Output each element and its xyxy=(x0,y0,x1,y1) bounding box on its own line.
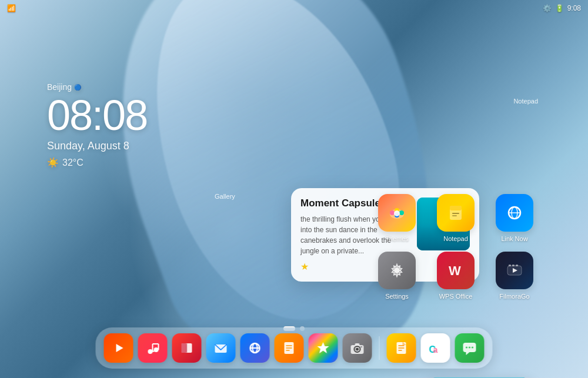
filmorago-icon xyxy=(496,252,533,289)
svg-point-52 xyxy=(360,346,362,348)
filmorago-label: FilmoraGo xyxy=(499,293,529,300)
app-grid: Themes Notepad Link Now xyxy=(373,194,538,300)
svg-rect-16 xyxy=(450,206,462,210)
notepad-widget-label: Notepad xyxy=(513,98,538,105)
dock: C a xyxy=(96,327,493,369)
settings-label: Settings xyxy=(385,293,409,300)
svg-rect-51 xyxy=(355,343,360,346)
svg-rect-18 xyxy=(452,215,457,216)
svg-point-63 xyxy=(472,347,473,349)
dock-item-messages[interactable] xyxy=(455,333,485,363)
wps-label: WPS Office xyxy=(439,293,473,300)
clock-date: Sunday, August 8 xyxy=(47,140,147,152)
status-left: 📶 xyxy=(7,4,16,12)
notepad-icon xyxy=(437,194,475,232)
gallery-app-label: Gallery xyxy=(215,193,235,200)
app-item-notepad[interactable]: Notepad xyxy=(432,194,479,242)
svg-point-62 xyxy=(469,347,470,349)
svg-rect-28 xyxy=(516,265,518,266)
clock-weather: ☀️ 32°C xyxy=(47,157,147,168)
themes-label: Themes xyxy=(385,235,409,242)
settings-icon xyxy=(378,252,416,289)
svg-text:W: W xyxy=(449,263,461,278)
themes-icon xyxy=(378,194,416,232)
dock-divider xyxy=(379,336,380,360)
dock-item-canva[interactable]: C a xyxy=(421,333,450,363)
app-item-linknow[interactable]: Link Now xyxy=(491,194,538,242)
svg-point-50 xyxy=(356,348,359,351)
dock-item-notes[interactable] xyxy=(275,333,304,363)
signal-icon: 📶 xyxy=(7,4,16,12)
svg-text:a: a xyxy=(433,345,438,354)
status-right: ⚙️ 🔋 9:08 xyxy=(543,4,581,12)
svg-point-14 xyxy=(394,210,400,216)
clock-widget: Beijing 🔵 08:08 Sunday, August 8 ☀️ 32°C xyxy=(47,82,147,168)
svg-marker-47 xyxy=(318,342,329,353)
svg-rect-17 xyxy=(452,213,459,214)
svg-rect-27 xyxy=(512,265,514,266)
dock-item-mail[interactable] xyxy=(206,333,236,363)
wps-icon: W xyxy=(437,252,475,289)
clock-time: 08:08 xyxy=(47,94,147,136)
svg-point-12 xyxy=(399,210,404,215)
app-item-wps[interactable]: W WPS Office xyxy=(432,252,479,300)
svg-point-61 xyxy=(466,347,467,349)
wallpaper xyxy=(0,0,588,378)
dock-item-music[interactable] xyxy=(138,333,168,363)
app-item-filmorago[interactable]: FilmoraGo xyxy=(491,252,538,300)
dock-item-pages[interactable] xyxy=(387,333,416,363)
wifi-icon: ⚙️ xyxy=(543,4,552,12)
svg-marker-60 xyxy=(466,352,470,355)
svg-marker-29 xyxy=(116,344,123,352)
dock-item-video[interactable] xyxy=(104,333,133,363)
clock-status: 9:08 xyxy=(567,4,581,12)
dock-item-camera[interactable] xyxy=(343,333,372,363)
svg-rect-37 xyxy=(182,343,187,353)
svg-rect-26 xyxy=(509,265,511,266)
ribbon-decoration xyxy=(0,0,588,378)
linknow-icon xyxy=(496,194,533,232)
app-item-themes[interactable]: Themes xyxy=(373,194,420,242)
svg-point-30 xyxy=(148,349,153,354)
svg-point-10 xyxy=(390,210,395,215)
dock-item-books[interactable] xyxy=(172,333,202,363)
battery-icon: 🔋 xyxy=(555,4,564,12)
clock-location: Beijing 🔵 xyxy=(47,82,147,92)
linknow-label: Link Now xyxy=(501,235,527,242)
status-bar: 📶 ⚙️ 🔋 9:08 xyxy=(0,0,588,16)
dock-item-appgallery[interactable] xyxy=(240,333,270,363)
app-item-settings[interactable]: Settings xyxy=(373,252,420,300)
notepad-label: Notepad xyxy=(443,235,468,242)
dock-item-starhub[interactable] xyxy=(309,333,338,363)
